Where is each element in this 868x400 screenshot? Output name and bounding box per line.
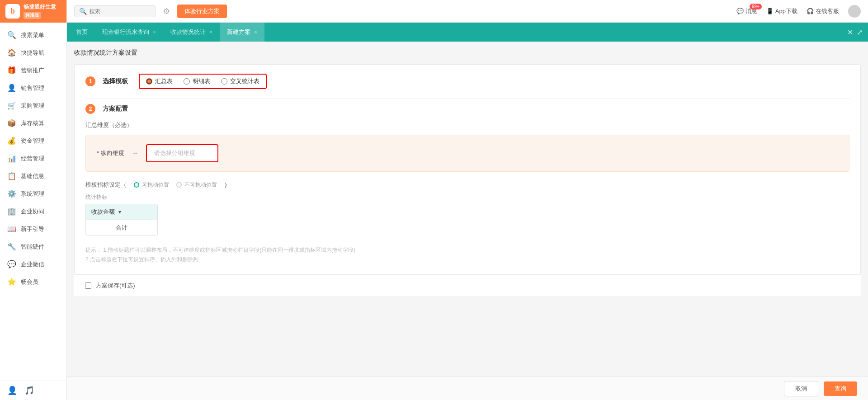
gear-icon: ⚙️ — [7, 189, 16, 198]
message-button[interactable]: 💬 消息 99+ — [736, 7, 757, 15]
cart-icon: 🛒 — [7, 101, 16, 110]
sidebar-nav: 🔍 搜索菜单 🏠 快捷导航 🎁 营销推广 👤 销售管理 🛒 采购管理 📦 库存核… — [0, 23, 66, 381]
radio-detail-input[interactable] — [184, 78, 190, 85]
divider1 — [85, 98, 849, 99]
dimension-input[interactable]: 请选择分组维度 — [146, 144, 218, 162]
sidebar-item-guide[interactable]: 📖 新手引导 — [0, 220, 66, 238]
sidebar-item-label: 经营管理 — [21, 155, 44, 163]
tab-new-plan-close[interactable]: × — [254, 29, 257, 35]
close-all-tabs-icon[interactable]: ✕ — [847, 28, 853, 37]
sidebar-item-quick-nav[interactable]: 🏠 快捷导航 — [0, 44, 66, 61]
tab-bank-flow[interactable]: 现金银行流水查询 × — [95, 23, 163, 42]
sidebar-item-label: 库存核算 — [21, 119, 44, 127]
sidebar-item-label: 企业微信 — [21, 260, 44, 268]
tab-home-label: 首页 — [76, 28, 88, 36]
sidebar-item-hardware[interactable]: 🔧 智能硬件 — [0, 238, 66, 255]
step2-label: 方案配置 — [103, 105, 128, 113]
sidebar-item-label: 销售管理 — [21, 84, 44, 92]
sidebar-item-sales[interactable]: 👤 销售管理 — [0, 79, 66, 97]
drag-dot-active — [134, 182, 139, 188]
step1-label: 选择模板 — [103, 77, 128, 85]
sidebar-item-label: 智能硬件 — [21, 243, 44, 251]
tips-section: 提示： 1.拖动标题栏可以调整布局，不可跨维度或指标区域拖动栏目字段(只能在同一… — [85, 246, 849, 264]
star-icon: ⭐ — [7, 278, 16, 286]
tab-bank-flow-label: 现金银行流水查询 — [102, 28, 149, 36]
drag-fixed-label: 不可拖动位置 — [184, 181, 217, 189]
search-input[interactable] — [90, 8, 148, 14]
sidebar-item-marketing[interactable]: 🎁 营销推广 — [0, 61, 66, 79]
sidebar-item-wechat[interactable]: 💬 企业微信 — [0, 255, 66, 273]
dimension-row: * 纵向维度 → 请选择分组维度 — [97, 144, 838, 162]
tab-new-plan[interactable]: 新建方案 × — [220, 23, 264, 42]
tab-bank-flow-close[interactable]: × — [153, 29, 156, 35]
metrics-table-cell: 合计 — [86, 220, 157, 235]
cancel-button[interactable]: 取消 — [784, 381, 818, 396]
tabbar: 首页 现金银行流水查询 × 收款情况统计 × 新建方案 × ✕ ⤢ — [67, 23, 868, 42]
radio-summary[interactable]: 汇总表 — [146, 77, 173, 85]
sidebar-item-system[interactable]: ⚙️ 系统管理 — [0, 185, 66, 202]
drag-fixed-indicator: 不可拖动位置 — [176, 181, 217, 189]
sidebar-item-label: 畅会员 — [21, 278, 38, 286]
save-checkbox[interactable] — [85, 282, 91, 289]
step2-badge: 2 — [85, 104, 95, 114]
sidebar-item-purchase[interactable]: 🛒 采购管理 — [0, 97, 66, 114]
sidebar-item-label: 营销推广 — [21, 66, 44, 75]
radio-summary-label: 汇总表 — [155, 77, 173, 85]
section-card: 1 选择模板 汇总表 明细表 交叉统计表 — [74, 64, 861, 275]
maximize-icon[interactable]: ⤢ — [857, 28, 863, 37]
save-row: 方案保存(可选) — [74, 275, 861, 296]
edition-badge: 标准版 — [24, 12, 41, 19]
tab-collection-stats-close[interactable]: × — [209, 29, 212, 35]
tab-home[interactable]: 首页 — [69, 23, 95, 42]
sidebar-logo: b 畅捷通好生意 标准版 — [0, 0, 66, 23]
metrics-table-header-text: 收款金额 — [91, 208, 115, 216]
industry-plan-button[interactable]: 体验行业方案 — [177, 5, 227, 18]
metrics-section-title: 模板指标设定（ — [85, 181, 127, 189]
sidebar-item-member[interactable]: ⭐ 畅会员 — [0, 273, 66, 291]
drag-movable-indicator: 可拖动位置 — [134, 181, 169, 189]
sidebar-item-capital[interactable]: 💰 资金管理 — [0, 132, 66, 150]
sidebar-item-label: 采购管理 — [21, 102, 44, 110]
sidebar-bottom: 👤 🎵 — [0, 381, 66, 400]
service-button[interactable]: 🎧 在线客服 — [807, 7, 839, 15]
radio-cross-label: 交叉统计表 — [230, 77, 259, 85]
sidebar-item-enterprise[interactable]: 🏢 企业协同 — [0, 202, 66, 220]
metrics-table-header[interactable]: 收款金额 ▾ — [86, 204, 157, 220]
radio-detail[interactable]: 明细表 — [184, 77, 210, 85]
sidebar-item-basic[interactable]: 📋 基础信息 — [0, 167, 66, 185]
download-button[interactable]: 📱 App下载 — [766, 7, 797, 15]
message-icon: 💬 — [736, 8, 744, 14]
footer-bar: 取消 查询 — [67, 376, 868, 400]
stat-label: 统计指标 — [85, 193, 849, 201]
close-paren: ） — [224, 181, 230, 189]
topbar-search-box[interactable]: 🔍 — [74, 5, 156, 17]
sidebar-item-label: 系统管理 — [21, 190, 44, 198]
radio-cross[interactable]: 交叉统计表 — [221, 77, 259, 85]
sidebar-item-search[interactable]: 🔍 搜索菜单 — [0, 26, 66, 44]
query-button[interactable]: 查询 — [824, 381, 857, 396]
main: 🔍 ⚙ 体验行业方案 💬 消息 99+ 📱 App下载 🎧 在线客服 首页 — [67, 0, 868, 400]
radio-summary-input[interactable] — [146, 78, 152, 85]
chart-icon: 📊 — [7, 154, 16, 163]
topbar-right: 💬 消息 99+ 📱 App下载 🎧 在线客服 — [736, 5, 861, 18]
user-avatar[interactable] — [848, 5, 861, 18]
page: 收款情况统计方案设置 1 选择模板 汇总表 明细表 — [67, 42, 868, 303]
money-icon: 💰 — [7, 136, 16, 145]
metrics-dropdown-icon[interactable]: ▾ — [118, 209, 121, 215]
settings-icon[interactable]: ⚙ — [163, 6, 170, 16]
sidebar-item-label: 搜索菜单 — [21, 31, 44, 39]
chat-icon: 💬 — [7, 260, 16, 268]
user-bottom-icon[interactable]: 👤 — [7, 386, 17, 395]
gift-icon: 🎁 — [7, 66, 16, 75]
sidebar-item-operation[interactable]: 📊 经营管理 — [0, 150, 66, 167]
step1-row: 1 选择模板 汇总表 明细表 交叉统计表 — [85, 74, 849, 89]
music-bottom-icon[interactable]: 🎵 — [24, 386, 34, 395]
content-area: 收款情况统计方案设置 1 选择模板 汇总表 明细表 — [67, 42, 868, 376]
book-icon: 📖 — [7, 225, 16, 233]
radio-cross-input[interactable] — [221, 78, 227, 85]
tip-line-1: 提示： 1.拖动标题栏可以调整布局，不可跨维度或指标区域拖动栏目字段(只能在同一… — [85, 246, 849, 254]
download-label: App下载 — [775, 7, 797, 15]
sidebar-item-inventory[interactable]: 📦 库存核算 — [0, 114, 66, 132]
sidebar-item-label: 资金管理 — [21, 137, 44, 145]
tab-collection-stats[interactable]: 收款情况统计 × — [163, 23, 220, 42]
